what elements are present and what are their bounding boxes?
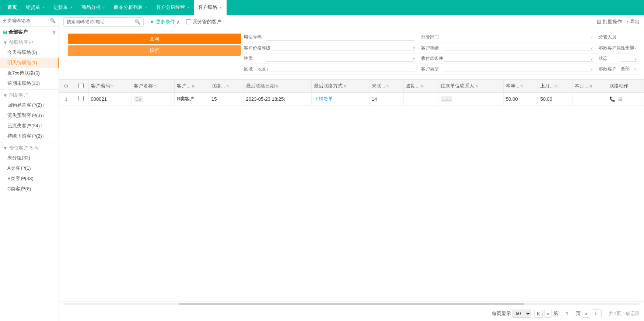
batch-operation-button[interactable]: ☑ 批量操作 (597, 18, 622, 25)
nav-tab-analysis-list[interactable]: 商品分析列表 × (109, 0, 151, 15)
gear-icon[interactable]: ⚙ (64, 83, 69, 89)
close-contact-tab-icon[interactable]: × (220, 5, 222, 10)
sidebar-collapse-icon[interactable]: « (52, 29, 56, 35)
sidebar-item-7days[interactable]: 近7天待联络(0) (0, 68, 59, 78)
refresh-icon[interactable]: ↻ (30, 145, 34, 151)
filter-price-level: 客户价格等级 ∨ (241, 42, 419, 54)
select-all-checkbox[interactable] (78, 83, 84, 88)
nav-tab-customer-segment[interactable]: 客户分层经营 × (152, 0, 194, 15)
status-dropdown-icon: ∨ (634, 56, 637, 61)
footer: 每页显示 50 100 200 K < 第 页 > 》 共1页 1条记录 (59, 306, 644, 321)
sidebar-item-abnormal-repurchase[interactable]: 回购异常客户(2) ℹ (0, 100, 59, 110)
group-pending-contact: ▼ 待联络客户 (0, 38, 59, 47)
sidebar-item-declining[interactable]: 持续下滑客户(2) ℹ (0, 131, 59, 141)
sidebar-item-c-class[interactable]: C类客户(6) (0, 184, 59, 194)
sidebar-item-b-class[interactable]: B类客户(33) (0, 173, 59, 184)
close-purchase-tab-icon[interactable]: × (70, 5, 72, 10)
nav-tab-sales[interactable]: 销货单 × (21, 0, 49, 15)
row-overdue (404, 93, 438, 106)
sidebar-search-input[interactable] (3, 18, 50, 23)
contact-person-blurred: □□□ (441, 96, 452, 102)
filter-region: 区域（地区） ··· (241, 63, 419, 75)
close-sales-tab-icon[interactable]: × (42, 5, 45, 10)
sidebar-search-icon[interactable]: 🔍 (50, 18, 56, 23)
col-last-contact-date[interactable]: 最后联络日期 (244, 80, 311, 93)
filter-retail-attr-control[interactable]: 全部 ∨ (625, 44, 637, 52)
sidebar-item-ungrouped[interactable]: 未分组(32) (0, 153, 59, 163)
close-analysis-tab-icon[interactable]: × (103, 5, 105, 10)
close-segment-tab-icon[interactable]: × (187, 5, 189, 10)
sidebar-search-box[interactable]: 🔍 (0, 15, 59, 27)
retail-attr-dropdown-icon: ∨ (634, 46, 637, 50)
group-value-customers: ▼ 价值客户 ↻ ✎ (0, 143, 59, 153)
col-customer-name[interactable]: 客户名称 (132, 80, 175, 93)
sidebar-item-churn-warning[interactable]: 流失预警客户(3) ℹ (0, 110, 59, 121)
export-icon: ↑ (626, 19, 629, 25)
search-box[interactable]: 🔍 (63, 17, 144, 27)
action-grid-icon[interactable]: ⊞ (618, 96, 622, 102)
sidebar-item-churned[interactable]: 已流失客户(24) ℹ (0, 121, 59, 131)
nav-tab-customer-contact[interactable]: 客户联络 × (194, 0, 226, 15)
col-contact-person[interactable]: 往来单位联系人 (438, 80, 503, 93)
filter-retail-customer-control[interactable]: 全部 ∨ (621, 65, 637, 73)
filter-status-label: 状态 (599, 55, 621, 62)
col-contact-count[interactable]: 联络... (209, 80, 244, 93)
horizontal-scrollbar[interactable] (59, 301, 644, 306)
nav-tab-purchase[interactable]: 进货单 × (49, 0, 77, 15)
my-customers-checkbox[interactable] (186, 19, 191, 24)
nav-home[interactable]: 首页 (3, 0, 21, 15)
sidebar-item-today[interactable]: 今天待联络(0) (0, 47, 59, 58)
page-next-button[interactable]: > (582, 310, 590, 318)
col-this-month[interactable]: 本月... (572, 80, 607, 93)
region-ellipsis-icon[interactable]: ··· (412, 67, 415, 71)
col-customer-type[interactable]: 客户... (175, 80, 209, 93)
sidebar-item-overdue[interactable]: 逾期未联络(30) (0, 78, 59, 89)
my-customers-checkbox-group[interactable]: 我分管的客户 (186, 18, 221, 25)
page-prev-button[interactable]: < (544, 310, 552, 318)
filter-manager-control[interactable]: ··· (621, 34, 637, 40)
table-row: 1 000021 Ea B类客户 15 2023-05-23 18:25: 下销… (59, 93, 644, 106)
col-last-contact-method[interactable]: 最后联络方式 (311, 80, 369, 93)
filter-status-control[interactable]: ∨ (621, 56, 637, 62)
more-conditions-button[interactable]: ▼ 更多条件 ∧ (147, 17, 183, 27)
filter-nature-control[interactable]: ∨ (266, 56, 416, 62)
filter-phone-input[interactable] (266, 34, 416, 39)
search-icon[interactable]: 🔍 (134, 19, 140, 25)
filter-customer-level-control[interactable]: ∨ (443, 45, 593, 51)
filter-dept-control[interactable]: ∨ (443, 34, 593, 40)
query-button[interactable]: 查询 (68, 34, 241, 44)
page-size-select[interactable]: 50 100 200 (512, 310, 531, 318)
sidebar-item-a-class[interactable]: A类客户(1) (0, 163, 59, 173)
filter-customer-type-control[interactable]: ∨ (443, 66, 593, 72)
action-icons: 📞 ⊞ (609, 96, 641, 102)
filter-region-control[interactable]: ··· (270, 66, 416, 72)
col-customer-code[interactable]: 客户编码 (88, 80, 132, 93)
export-button[interactable]: ↑ 导出 (626, 18, 640, 25)
page-last-button[interactable]: 》 (592, 309, 602, 318)
scroll-thumb[interactable] (179, 303, 524, 305)
manager-ellipsis-icon[interactable]: ··· (634, 35, 637, 39)
page-number-input[interactable] (560, 310, 574, 317)
filter-phone-control (266, 34, 416, 41)
contact-method-link[interactable]: 下销货单 (314, 96, 333, 101)
filter-retail-attr-label: 零散客户属性 (599, 45, 625, 51)
filter-price-level-control[interactable]: ∨ (270, 45, 416, 51)
group2-arrow-icon: ▼ (3, 93, 8, 98)
nav-tab-analysis[interactable]: 商品分析 × (77, 0, 109, 15)
col-overdue[interactable]: 逾期... (404, 80, 438, 93)
sidebar-item-tomorrow[interactable]: 明天待联络(1) (0, 58, 59, 68)
filter-payment-terms-label: 收付款条件 (421, 55, 443, 62)
search-input[interactable] (67, 19, 133, 24)
col-last-month[interactable]: 上月... (538, 80, 573, 93)
close-analysis-list-tab-icon[interactable]: × (145, 5, 147, 10)
row-checkbox[interactable] (78, 96, 84, 101)
col-this-year[interactable]: 本年... (503, 80, 538, 93)
edit-icon[interactable]: ✎ (35, 145, 39, 151)
filter-payment-terms-control[interactable]: ∨ (443, 56, 593, 62)
col-not-contacted[interactable]: 未联... (369, 80, 404, 93)
retail-customer-dropdown-icon: ∨ (634, 67, 637, 71)
page-first-button[interactable]: K (534, 310, 543, 318)
row-this-month (572, 93, 607, 106)
settings-button[interactable]: 设置 (68, 45, 241, 56)
action-phone-icon[interactable]: 📞 (609, 96, 615, 102)
